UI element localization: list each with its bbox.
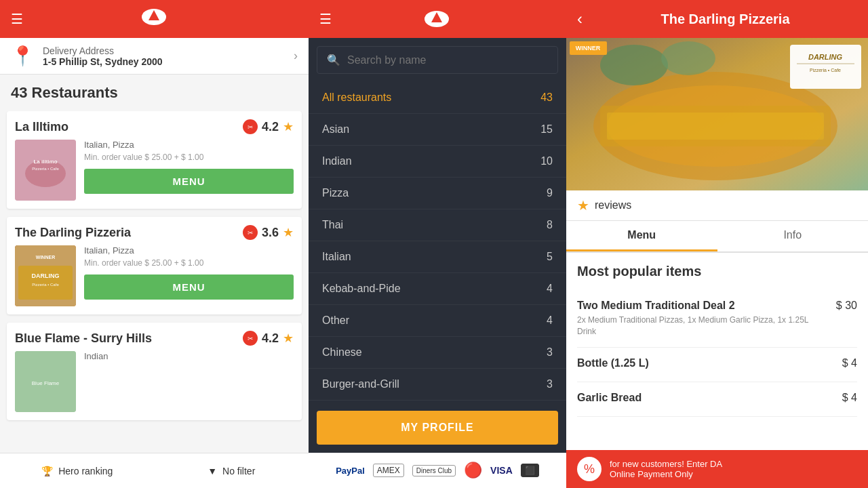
middle-hamburger-icon[interactable]: ☰: [319, 11, 332, 27]
bottom-bar: 🏆 Hero ranking ▼ No filter: [0, 453, 309, 488]
restaurant-name-darling: The Darling Pizzeria: [15, 226, 131, 240]
category-item-italian[interactable]: Italian 5: [309, 241, 566, 273]
mastercard-icon: 🔴: [464, 462, 482, 479]
back-icon[interactable]: ‹: [577, 9, 583, 28]
category-count-pizza: 9: [547, 187, 553, 199]
category-name-chinese: Chinese: [322, 346, 362, 359]
right-restaurant-title: The Darling Pizzeria: [593, 12, 857, 27]
menu-item-garlic-bread: Garlic Bread $ 4: [577, 382, 857, 417]
svg-point-21: [661, 41, 715, 75]
my-profile-button[interactable]: MY PROFILE: [317, 411, 558, 445]
svg-rect-22: [790, 45, 861, 89]
svg-text:DARLING: DARLING: [32, 272, 60, 279]
restaurant-list: La Illtimo ✂ 4.2 ★ La illtimo Pizzeria •…: [0, 111, 309, 453]
menu-item-price-garlic-bread: $ 4: [842, 392, 857, 404]
discount-badge-lailltimo: ✂: [243, 119, 258, 134]
menu-item-name-garlic-bread: Garlic Bread: [577, 392, 835, 404]
delivery-chevron-icon: ›: [294, 49, 298, 63]
promo-text: for new customers! Enter DA Online Payme…: [610, 459, 857, 479]
middle-overlay: ☰ 🔍 All restaurants 43 Asian 15 Indian 1…: [309, 0, 566, 488]
rating-lailltimo: 4.2: [262, 120, 279, 134]
svg-text:Pizzeria • Cafe: Pizzeria • Cafe: [810, 68, 841, 73]
category-item-kebab[interactable]: Kebab-and-Pide 4: [309, 273, 566, 305]
category-count-italian: 5: [547, 251, 553, 263]
svg-text:Pizzeria • Cafe: Pizzeria • Cafe: [32, 167, 59, 171]
restaurant-name-blueflame: Blue Flame - Surry Hills: [15, 331, 152, 346]
svg-text:WINNER: WINNER: [36, 255, 55, 260]
star-icon-blueflame: ★: [283, 331, 294, 346]
star-icon-lailltimo: ★: [283, 119, 294, 134]
hero-ranking-label: Hero ranking: [58, 466, 113, 476]
amex-icon: AMEX: [373, 464, 404, 477]
svg-point-20: [600, 45, 668, 85]
menu-item-name-bottle: Bottle (1.25 L): [577, 357, 835, 369]
menu-item-deal: Two Medium Traditional Deal 2 2x Medium …: [577, 290, 857, 348]
menu-item-bottle: Bottle (1.25 L) $ 4: [577, 348, 857, 382]
menu-button-lailltimo[interactable]: MENU: [84, 169, 294, 194]
category-item-indian[interactable]: Indian 10: [309, 146, 566, 178]
reviews-text: reviews: [595, 199, 631, 211]
category-item-all[interactable]: All restaurants 43: [309, 82, 566, 114]
category-name-thai: Thai: [322, 219, 343, 231]
category-name-indian: Indian: [322, 155, 352, 167]
promo-bar: % for new customers! Enter DA Online Pay…: [566, 450, 868, 488]
location-icon: 📍: [11, 45, 35, 67]
filter-icon: ▼: [208, 466, 217, 476]
category-item-asian[interactable]: Asian 15: [309, 114, 566, 146]
left-logo-icon: [140, 7, 167, 32]
restaurant-hero: DARLING Pizzeria • Cafe WINNER: [566, 38, 868, 190]
category-name-italian: Italian: [322, 251, 351, 263]
tab-menu[interactable]: Menu: [566, 221, 717, 251]
category-name-burger: Burger-and-Grill: [322, 378, 399, 390]
category-item-pizza[interactable]: Pizza 9: [309, 178, 566, 209]
svg-text:Blue Flame: Blue Flame: [32, 380, 60, 386]
discount-badge-blueflame: ✂: [243, 331, 258, 346]
category-name-other: Other: [322, 314, 349, 327]
right-header: ‹ The Darling Pizzeria: [566, 0, 868, 38]
category-count-burger: 3: [547, 378, 553, 390]
paypal-icon: PayPal: [336, 466, 365, 476]
hero-ranking-button[interactable]: 🏆 Hero ranking: [0, 453, 155, 488]
category-item-thai[interactable]: Thai 8: [309, 209, 566, 241]
hero-image: DARLING Pizzeria • Cafe WINNER: [566, 38, 868, 190]
menu-item-desc-deal: 2x Medium Traditional Pizzas, 1x Medium …: [577, 314, 829, 338]
category-name-all: All restaurants: [322, 92, 391, 104]
category-item-chinese[interactable]: Chinese 3: [309, 337, 566, 369]
search-icon: 🔍: [327, 54, 340, 66]
cuisine-darling: Italian, Pizza: [84, 245, 294, 256]
min-order-lailltimo: Min. order value $ 25.00 + $ 1.00: [84, 152, 294, 162]
section-title: Most popular items: [577, 264, 857, 279]
svg-rect-19: [607, 113, 824, 140]
search-bar[interactable]: 🔍: [317, 46, 558, 74]
restaurant-image-lailltimo: La illtimo Pizzeria • Cafe: [15, 140, 76, 201]
delivery-address: 1-5 Phillip St, Sydney 2000: [43, 56, 294, 67]
hamburger-icon[interactable]: ☰: [11, 11, 23, 27]
category-count-asian: 15: [540, 123, 553, 136]
left-panel: ☰ 📍 Delivery Address 1-5 Phillip St, Syd…: [0, 0, 309, 488]
discount-badge-darling: ✂: [243, 225, 258, 240]
star-icon-darling: ★: [283, 225, 294, 240]
restaurant-card-darling: The Darling Pizzeria ✂ 3.6 ★ WINNER DARL…: [7, 217, 302, 314]
category-item-other[interactable]: Other 4: [309, 305, 566, 337]
category-name-pizza: Pizza: [322, 187, 349, 199]
menu-button-darling[interactable]: MENU: [84, 274, 294, 300]
min-order-darling: Min. order value $ 25.00 + $ 1.00: [84, 258, 294, 268]
category-name-kebab: Kebab-and-Pide: [322, 283, 401, 295]
cuisine-lailltimo: Italian, Pizza: [84, 140, 294, 150]
menu-item-price-deal: $ 30: [836, 300, 857, 312]
svg-text:WINNER: WINNER: [576, 45, 601, 52]
reviews-bar: ★ reviews: [566, 190, 868, 221]
restaurants-count: 43 Restaurants: [0, 75, 309, 111]
search-input[interactable]: [347, 54, 548, 66]
menu-content: Most popular items Two Medium Traditiona…: [566, 253, 868, 450]
no-filter-button[interactable]: ▼ No filter: [155, 453, 309, 488]
reviews-star-icon: ★: [577, 197, 589, 214]
category-item-burger[interactable]: Burger-and-Grill 3: [309, 369, 566, 401]
tabs-bar: Menu Info: [566, 221, 868, 253]
delivery-bar[interactable]: 📍 Delivery Address 1-5 Phillip St, Sydne…: [0, 38, 309, 75]
category-count-indian: 10: [540, 155, 553, 167]
diners-icon: Diners Club: [412, 465, 456, 476]
category-count-thai: 8: [547, 219, 553, 231]
visa-icon: VISA: [490, 465, 513, 476]
tab-info[interactable]: Info: [717, 221, 869, 251]
